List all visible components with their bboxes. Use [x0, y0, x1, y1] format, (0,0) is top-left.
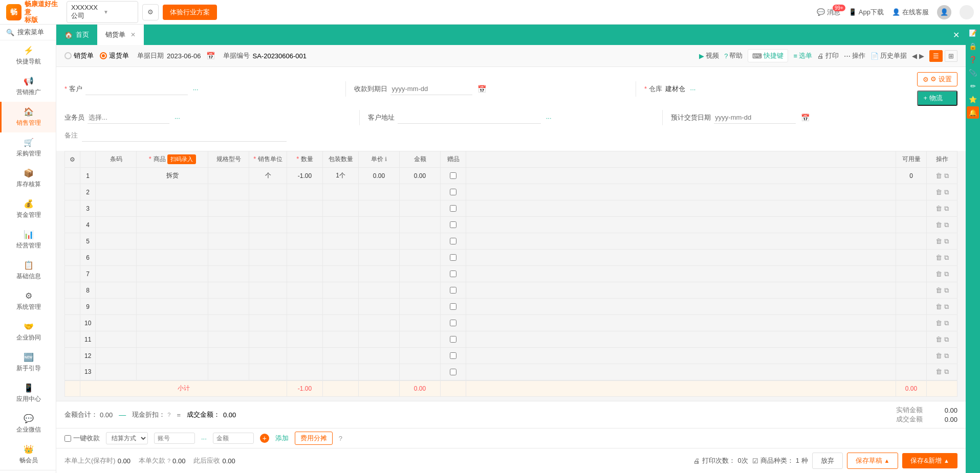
col-header-settings[interactable]: ⚙	[65, 151, 80, 168]
gift-checkbox[interactable]	[450, 254, 456, 261]
print-action[interactable]: 🖨 打印	[817, 51, 839, 60]
gift-checkbox[interactable]	[450, 303, 456, 310]
trial-button[interactable]: 体验行业方案	[163, 5, 217, 20]
salesperson-input[interactable]	[88, 111, 169, 124]
payment-method-select[interactable]: 结算方式	[106, 432, 148, 444]
sidebar-item-quick-nav[interactable]: ⚡ 快捷导航	[0, 40, 56, 71]
tab-home[interactable]: 🏠 首页	[56, 25, 97, 45]
gift-checkbox[interactable]	[450, 271, 456, 277]
message-button[interactable]: 💬 消息 99+	[817, 8, 840, 17]
history-action[interactable]: 📄 历史单据	[870, 51, 907, 60]
copy-row-icon[interactable]: ⧉	[944, 352, 949, 360]
tab-close-icon[interactable]: ✕	[130, 31, 136, 38]
expense-help-icon[interactable]: ?	[339, 435, 342, 442]
sidebar-item-enterprise[interactable]: 🤝 企业协同	[0, 317, 56, 347]
company-selector[interactable]: XXXXXX公司 ▼	[67, 1, 138, 23]
note-input[interactable]	[82, 129, 287, 142]
one-click-checkbox[interactable]	[64, 435, 71, 442]
sidebar-item-operations[interactable]: 📊 经营管理	[0, 224, 56, 255]
scan-button[interactable]: 扫码录入	[167, 154, 196, 164]
copy-row-icon[interactable]: ⧉	[944, 303, 949, 311]
avatar-extra[interactable]	[960, 5, 974, 19]
right-panel-btn-2[interactable]: 🔒	[967, 40, 979, 52]
form-settings-button[interactable]: ⚙ ⚙ 设置	[917, 72, 957, 86]
customer-input[interactable]	[85, 83, 188, 95]
copy-row-icon[interactable]: ⧉	[944, 335, 949, 344]
copy-row-icon[interactable]: ⧉	[944, 319, 949, 327]
copy-row-icon-1[interactable]: ⧉	[944, 172, 949, 180]
copy-row-icon[interactable]: ⧉	[944, 205, 949, 213]
minus-icon[interactable]: —	[119, 411, 126, 419]
salesperson-more-icon[interactable]: ···	[175, 114, 180, 122]
delete-row-icon[interactable]: 🗑	[935, 270, 942, 278]
view-grid-button[interactable]: ⊞	[945, 50, 957, 62]
sidebar-item-wechat[interactable]: 💬 企业微信	[0, 409, 56, 439]
payment-dots-icon[interactable]: ···	[201, 435, 207, 442]
video-action[interactable]: ▶ 视频	[699, 51, 719, 60]
expense-split-button[interactable]: 费用分摊	[295, 432, 333, 445]
gift-checkbox[interactable]	[450, 320, 456, 326]
online-service-button[interactable]: 👤 在线客服	[892, 8, 929, 17]
delete-row-icon[interactable]: 🗑	[935, 352, 942, 360]
address-input[interactable]	[398, 111, 541, 124]
gift-checkbox[interactable]	[450, 238, 456, 244]
delete-row-icon[interactable]: 🗑	[935, 335, 942, 344]
copy-row-icon[interactable]: ⧉	[944, 286, 949, 295]
delete-row-icon[interactable]: 🗑	[935, 303, 942, 311]
gift-checkbox[interactable]	[450, 352, 456, 359]
delete-row-icon[interactable]: 🗑	[935, 319, 942, 327]
copy-row-icon[interactable]: ⧉	[944, 188, 949, 196]
right-panel-btn-1[interactable]: 📝	[967, 27, 979, 39]
copy-row-icon[interactable]: ⧉	[944, 368, 949, 376]
gift-checkbox[interactable]	[450, 221, 456, 228]
cell-price-1[interactable]: 0.00	[359, 168, 400, 184]
delivery-date-input[interactable]	[714, 111, 796, 124]
cell-barcode[interactable]	[96, 200, 137, 217]
cell-barcode-1[interactable]	[96, 168, 137, 184]
radio-return-order[interactable]: 退货单	[100, 51, 129, 60]
right-panel-btn-5[interactable]: ✏	[967, 80, 979, 92]
delete-row-icon[interactable]: 🗑	[935, 188, 942, 196]
right-panel-btn-6[interactable]: ⭐	[967, 93, 979, 105]
sidebar-item-basic-info[interactable]: 📋 基础信息	[0, 255, 56, 286]
gift-checkbox[interactable]	[450, 189, 456, 195]
gift-checkbox[interactable]	[450, 205, 456, 212]
gift-checkbox[interactable]	[450, 287, 456, 294]
delete-row-icon[interactable]: 🗑	[935, 254, 942, 262]
right-panel-btn-3[interactable]: ❓	[967, 53, 979, 65]
copy-row-icon[interactable]: ⧉	[944, 221, 949, 229]
discard-button[interactable]: 放弃	[812, 453, 843, 469]
avatar[interactable]: 👤	[937, 5, 951, 19]
delete-row-icon[interactable]: 🗑	[935, 221, 942, 229]
save-new-button[interactable]: 保存&新增 ▲	[902, 453, 957, 468]
cell-qty[interactable]	[287, 184, 323, 200]
window-close-icon[interactable]: ✕	[953, 31, 960, 39]
next-arrow-icon[interactable]: ▶	[919, 52, 924, 60]
save-draft-button[interactable]: 保存草稿 ▲	[847, 453, 899, 469]
right-panel-btn-4[interactable]: 📎	[967, 66, 979, 79]
sidebar-item-purchase[interactable]: 🛒 采购管理	[0, 132, 56, 163]
sidebar-item-system[interactable]: ⚙ 系统管理	[0, 286, 56, 317]
account-input[interactable]	[154, 433, 195, 444]
warehouse-more-icon[interactable]: ···	[690, 85, 696, 93]
add-payment-button[interactable]: +	[260, 434, 269, 443]
sidebar-item-inventory[interactable]: 📦 库存核算	[0, 163, 56, 194]
sidebar-item-marketing[interactable]: 📢 营销推广	[0, 71, 56, 102]
gift-checkbox[interactable]	[450, 336, 456, 343]
select-action[interactable]: ≡ 选单	[793, 51, 812, 60]
radio-sales-order[interactable]: 销货单	[64, 51, 94, 60]
gift-checkbox[interactable]	[450, 369, 456, 375]
tab-sales-order[interactable]: 销货单 ✕	[97, 25, 144, 45]
cell-product[interactable]	[137, 184, 208, 200]
cell-barcode[interactable]	[96, 217, 137, 233]
price-info-icon[interactable]: ℹ	[385, 156, 387, 162]
copy-row-icon[interactable]: ⧉	[944, 270, 949, 278]
cell-unit[interactable]	[249, 184, 287, 200]
cell-barcode[interactable]	[96, 184, 137, 200]
delivery-date-calendar-icon[interactable]: 📅	[801, 114, 810, 122]
copy-row-icon[interactable]: ⧉	[944, 237, 949, 245]
cell-spec-1[interactable]	[208, 168, 249, 184]
copy-row-icon[interactable]: ⧉	[944, 254, 949, 262]
sidebar-item-sales[interactable]: 🏠 销售管理	[0, 102, 56, 132]
address-more-icon[interactable]: ···	[546, 114, 552, 122]
